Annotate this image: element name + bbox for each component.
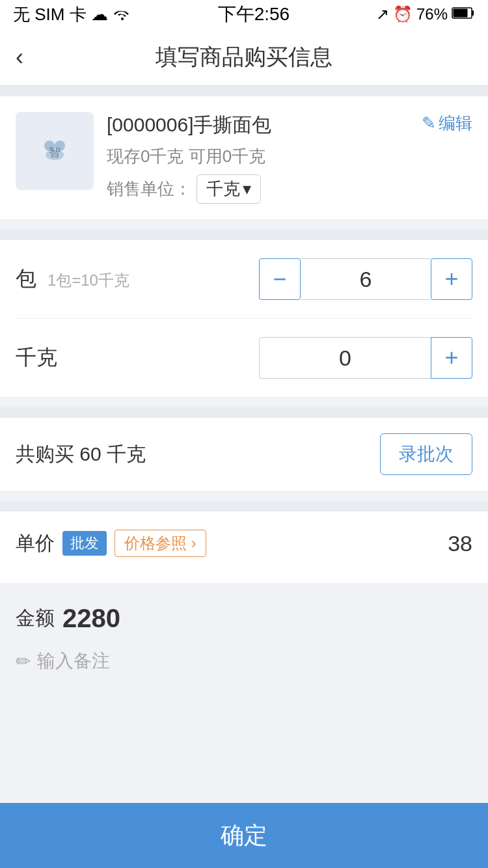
input-controls-kg: + [259, 337, 472, 379]
product-card: 智 [0000006]手撕面包 现存0千克 可用0千克 销售单位： 千克 ▾ ✎… [0, 96, 488, 219]
product-name: [0000006]手撕面包 [107, 112, 409, 139]
price-label-text: 单价 [16, 530, 55, 557]
amount-value: 2280 [62, 604, 120, 633]
location-icon: ↗ [376, 5, 389, 23]
status-bar: 无 SIM 卡 ☁ 下午2:56 ↗ ⏰ 76% [0, 0, 488, 29]
product-info: [0000006]手撕面包 现存0千克 可用0千克 销售单位： 千克 ▾ [107, 112, 409, 204]
edit-button[interactable]: ✎ 编辑 [422, 112, 472, 135]
plus-button-kg[interactable]: + [431, 337, 472, 379]
wifi-icon [113, 5, 131, 25]
product-unit: 销售单位： 千克 ▾ [107, 174, 409, 204]
pencil-icon: ✏ [16, 651, 31, 672]
total-section: 共购买 60 千克 录批次 [0, 418, 488, 491]
edit-icon: ✎ [422, 113, 436, 133]
price-label: 单价 批发 价格参照 › [16, 530, 206, 557]
note-row[interactable]: ✏ 输入备注 [16, 649, 472, 673]
price-ref-label: 价格参照 › [124, 533, 197, 554]
alarm-icon: ⏰ [393, 5, 413, 23]
input-sub-bao: 1包=10千克 [47, 271, 129, 289]
unit-value: 千克 [206, 178, 240, 200]
confirm-bar[interactable]: 确定 [0, 803, 488, 868]
note-placeholder: 输入备注 [37, 649, 110, 673]
input-label-kg: 千克 [16, 344, 57, 372]
svg-rect-2 [453, 9, 467, 18]
price-ref-button[interactable]: 价格参照 › [115, 530, 206, 557]
price-row: 单价 批发 价格参照 › 38 [16, 530, 472, 557]
amount-section: 金额 2280 ✏ 输入备注 [0, 586, 488, 680]
amount-row: 金额 2280 [16, 604, 472, 633]
dropdown-arrow-icon: ▾ [243, 179, 251, 199]
svg-text:智: 智 [49, 146, 61, 159]
back-button[interactable]: ‹ [16, 44, 23, 71]
svg-rect-1 [472, 10, 474, 16]
qty-input-bao[interactable] [301, 258, 431, 300]
nav-bar: ‹ 填写商品购买信息 [0, 29, 488, 86]
unit-label: 销售单位： [107, 178, 191, 200]
confirm-button[interactable]: 确定 [221, 820, 267, 852]
input-row-kg: 千克 + [16, 319, 472, 397]
product-edit-area: ✎ 编辑 [422, 112, 472, 135]
total-text: 共购买 60 千克 [16, 441, 146, 468]
section-separator-3 [0, 501, 488, 511]
battery-icon [452, 5, 475, 23]
status-right: ↗ ⏰ 76% [376, 5, 475, 23]
minus-button-bao[interactable]: − [259, 258, 301, 300]
price-value: 38 [448, 531, 472, 556]
page-title: 填写商品购买信息 [156, 42, 332, 72]
product-stock: 现存0千克 可用0千克 [107, 145, 409, 168]
section-separator-1 [0, 230, 488, 240]
status-time: 下午2:56 [218, 2, 290, 27]
sim-status: 无 SIM 卡 ☁ [13, 3, 108, 26]
section-separator-2 [0, 407, 488, 418]
qty-input-kg[interactable] [259, 337, 431, 379]
batch-button[interactable]: 录批次 [380, 433, 472, 475]
price-section: 单价 批发 价格参照 › 38 [0, 511, 488, 583]
input-controls-bao: − + [259, 258, 472, 300]
battery-level: 76% [416, 5, 448, 23]
input-label-bao: 包 1包=10千克 [16, 265, 129, 293]
status-left: 无 SIM 卡 ☁ [13, 3, 131, 26]
product-thumbnail: 智 [16, 112, 94, 190]
unit-dropdown[interactable]: 千克 ▾ [197, 174, 261, 204]
section-separator-top [0, 86, 488, 96]
amount-label: 金额 [16, 605, 55, 632]
pifa-tag: 批发 [62, 531, 107, 556]
input-row-bao: 包 1包=10千克 − + [16, 240, 472, 319]
plus-button-bao[interactable]: + [431, 258, 472, 300]
input-section: 包 1包=10千克 − + 千克 + [0, 240, 488, 397]
edit-label: 编辑 [439, 112, 472, 135]
